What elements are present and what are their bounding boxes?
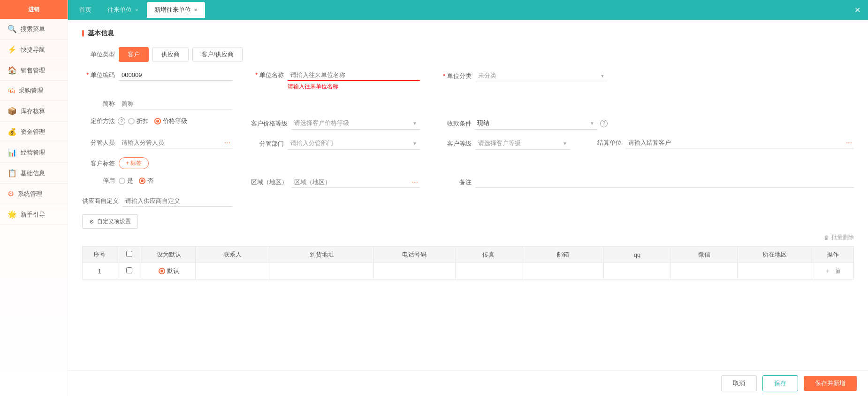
settlement-dots-button[interactable]: ··· [844,139,854,147]
sidebar-item-system[interactable]: ⚙ 系统管理 [0,184,68,204]
sidebar-item-finance[interactable]: 💰 资金管理 [0,122,68,142]
cell-region [738,263,812,280]
payment-terms-group: 收款条件 现结 ▼ ? [439,117,608,130]
department-select[interactable]: 请输入分管部门 ▼ [288,137,420,150]
tab-home[interactable]: 首页 [72,2,99,18]
cell-phone [373,263,455,280]
col-no: 序号 [83,247,117,263]
sidebar-item-sales[interactable]: 🏠 销售管理 [0,60,68,81]
tab-close-icon[interactable]: ✕ [194,8,198,13]
cancel-button[interactable]: 取消 [721,375,757,391]
contact-table: 序号 设为默认 联系人 到货地址 电话号码 传真 邮箱 qq 微信 所在地区 操… [82,246,854,280]
region-input[interactable] [291,177,410,187]
batch-delete-label[interactable]: 批量删除 [831,233,854,241]
select-all-checkbox[interactable] [126,251,132,257]
email-input[interactable] [542,268,584,275]
customer-price-level-group: 客户价格等级 请选择客户价格等级 ▼ [251,117,420,130]
radio-label-price-level: 价格等级 [163,117,187,125]
row-checkbox[interactable] [126,267,132,273]
question-icon[interactable]: ? [118,117,125,125]
region-table-input[interactable] [756,268,793,275]
sidebar-item-label: 新手引导 [21,210,45,219]
home-icon: 🏠 [8,66,17,75]
radio-circle-no [139,178,145,184]
phone-input[interactable] [393,268,435,275]
delete-row-button[interactable]: 🗑 [835,267,841,275]
remarks-input[interactable] [475,177,854,188]
add-tag-button[interactable]: + 标签 [119,157,149,169]
radio-discount[interactable]: 折扣 [128,117,149,125]
manager-group: 分管人员 ··· [82,137,232,148]
radio-price-level[interactable]: 价格等级 [154,117,187,125]
sidebar-item-guide[interactable]: 🌟 新手引导 [0,204,68,225]
sidebar-item-quick-nav[interactable]: ⚡ 快捷导航 [0,39,68,60]
col-qq: qq [604,247,671,263]
default-radio[interactable]: 默认 [147,267,190,275]
radio-label-discount: 折扣 [137,117,149,125]
region-dots-button[interactable]: ··· [410,178,420,186]
sidebar-item-search[interactable]: 🔍 搜索菜单 [0,19,68,39]
save-and-new-button[interactable]: 保存并新增 [804,376,857,391]
default-label: 默认 [167,267,179,275]
unit-name-input[interactable] [288,70,420,81]
customer-price-level-placeholder: 请选择客户价格等级 [294,119,412,127]
radio-no[interactable]: 否 [139,177,153,185]
unit-type-label: 单位类型 [82,50,115,59]
chart-icon: 📊 [8,148,17,157]
supplier-custom-row: 供应商自定义 [82,195,854,207]
supplier-custom-input[interactable] [122,195,232,207]
supplier-custom-group: 供应商自定义 [82,195,232,207]
settlement-unit-group: 结算单位 ··· [589,137,854,148]
manager-row: 分管人员 ··· 分管部门 请输入分管部门 ▼ 客户等级 请选择客户等级 [82,137,854,150]
unit-code-input[interactable] [119,70,232,81]
sidebar-item-label: 采购管理 [19,86,43,95]
radio-label-no: 否 [147,177,153,185]
tab-close-icon[interactable]: ✕ [135,8,138,13]
col-fax: 传真 [455,247,522,263]
address-input[interactable] [294,268,350,275]
wechat-input[interactable] [688,268,721,275]
sidebar-item-basic[interactable]: 📋 基础信息 [0,163,68,184]
tab-partner[interactable]: 往来单位 ✕ [100,2,146,18]
type-btn-supplier[interactable]: 供应商 [152,47,189,62]
sidebar-item-label: 经营管理 [21,148,45,157]
unit-category-group: 单位分类 未分类 ▼ [439,70,608,82]
settlement-unit-input[interactable] [625,137,844,148]
global-close-button[interactable]: ✕ [851,4,864,16]
settlement-unit-input-wrapper: ··· [625,137,854,148]
tab-new-partner[interactable]: 新增往来单位 ✕ [147,2,205,18]
customer-level-select[interactable]: 请选择客户等级 ▼ [475,137,570,150]
box-icon: 📦 [8,107,17,116]
add-row-button[interactable]: ＋ [824,267,831,275]
qq-input[interactable] [621,268,654,275]
custom-settings-button[interactable]: ⚙ 自定义项设置 [82,214,138,229]
department-placeholder: 请输入分管部门 [290,139,412,148]
customer-price-level-select[interactable]: 请选择客户价格等级 ▼ [291,117,420,130]
form-content: 基本信息 单位类型 客户 供应商 客户/供应商 单位编码 单位名称 [68,20,868,370]
sidebar-item-inventory[interactable]: 📦 库存核算 [0,101,68,122]
unit-category-select[interactable]: 未分类 ▼ [475,70,608,82]
payment-terms-select[interactable]: 现结 ▼ [474,117,597,130]
col-phone: 电话号码 [373,247,455,263]
type-btn-customer[interactable]: 客户 [119,47,149,62]
section-title-text: 基本信息 [88,29,114,38]
tab-label: 首页 [79,6,91,14]
alias-input[interactable] [119,98,232,109]
manager-input-wrapper: ··· [119,137,232,148]
alias-row: 简称 [82,98,854,109]
contact-input[interactable] [214,268,251,275]
sidebar-item-operation[interactable]: 📊 经营管理 [0,142,68,163]
manager-input[interactable] [119,137,222,148]
save-button[interactable]: 保存 [762,375,798,391]
star-icon: 🌟 [8,210,17,219]
unit-type-group: 单位类型 客户 供应商 客户/供应商 [82,47,854,62]
question-icon-payment[interactable]: ? [600,120,608,127]
manager-dots-button[interactable]: ··· [222,139,232,147]
type-btn-both[interactable]: 客户/供应商 [192,47,243,62]
radio-yes[interactable]: 是 [119,177,133,185]
sidebar-item-purchase[interactable]: 🛍 采购管理 [0,81,68,101]
fax-input[interactable] [472,268,505,275]
customer-tag-group: 客户标签 + 标签 [82,157,854,169]
cell-contact [196,263,270,280]
unit-name-error: 请输入往来单位名称 [288,83,338,91]
